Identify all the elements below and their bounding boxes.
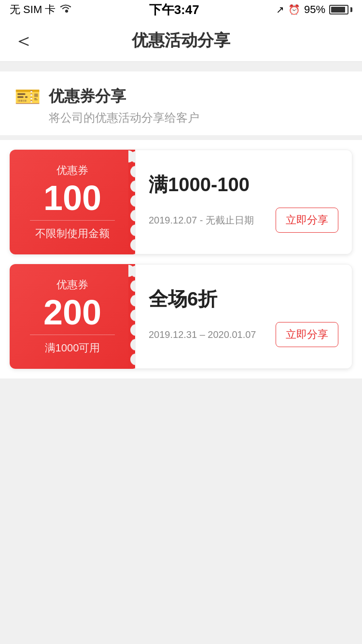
coupon-right-2: 全场6折 2019.12.31 – 2020.01.07 立即分享 xyxy=(135,264,352,369)
svg-rect-3 xyxy=(127,264,136,369)
coupon-list: 优惠券 100 不限制使用金额 满1000-100 2019.12.07 xyxy=(0,140,362,378)
coupon-condition-2: 满1000可用 xyxy=(45,341,100,355)
status-bar: 无 SIM 卡 下午3:47 ↗ ⏰ 95% xyxy=(0,0,362,19)
coupon-divider-1 xyxy=(30,220,115,221)
status-left: 无 SIM 卡 xyxy=(10,2,72,17)
coupon-condition-1: 不限制使用金额 xyxy=(35,226,110,241)
status-right: ↗ ⏰ 95% xyxy=(276,3,352,16)
coupon-name-2: 全场6折 xyxy=(149,286,338,312)
section-header: 🎫 优惠券分享 将公司的优惠活动分享给客户 xyxy=(0,71,362,135)
carrier-label: 无 SIM 卡 xyxy=(10,2,56,17)
status-time: 下午3:47 xyxy=(149,1,199,18)
alarm-icon: ⏰ xyxy=(288,4,300,15)
section-text-group: 优惠券分享 将公司的优惠活动分享给客户 xyxy=(49,86,199,126)
share-button-1[interactable]: 立即分享 xyxy=(276,208,338,233)
share-button-2[interactable]: 立即分享 xyxy=(276,322,338,347)
coupon-section-icon: 🎫 xyxy=(14,86,41,107)
section-title: 优惠券分享 xyxy=(49,86,199,107)
coupon-card-1: 优惠券 100 不限制使用金额 满1000-100 2019.12.07 xyxy=(10,150,352,254)
svg-rect-1 xyxy=(127,150,136,254)
coupon-value-1: 100 xyxy=(43,181,101,215)
nav-bar: ＜ 优惠活动分享 xyxy=(0,19,362,62)
empty-area xyxy=(0,378,362,572)
coupon-left-2: 优惠券 200 满1000可用 xyxy=(10,264,135,369)
coupon-divider-2 xyxy=(30,335,115,335)
coupon-bottom-row-1: 2019.12.07 - 无截止日期 立即分享 xyxy=(149,208,338,233)
coupon-name-1: 满1000-100 xyxy=(149,171,338,198)
coupon-right-1: 满1000-100 2019.12.07 - 无截止日期 立即分享 xyxy=(135,150,352,254)
coupon-value-2: 200 xyxy=(43,295,101,330)
coupon-label-2: 优惠券 xyxy=(56,278,88,292)
wifi-icon xyxy=(59,3,72,16)
coupon-date-1: 2019.12.07 - 无截止日期 xyxy=(149,214,254,227)
coupon-bottom-row-2: 2019.12.31 – 2020.01.07 立即分享 xyxy=(149,322,338,347)
back-arrow-icon: ＜ xyxy=(14,27,34,54)
coupon-card-2: 优惠券 200 满1000可用 全场6折 2019.12.31 – 202 xyxy=(10,264,352,369)
coupon-label-1: 优惠券 xyxy=(56,163,88,178)
battery-icon xyxy=(329,5,352,14)
battery-percent: 95% xyxy=(304,3,325,16)
location-icon: ↗ xyxy=(276,4,284,15)
back-button[interactable]: ＜ xyxy=(14,27,34,54)
page-title: 优惠活动分享 xyxy=(132,29,230,52)
section-subtitle: 将公司的优惠活动分享给客户 xyxy=(49,110,199,126)
coupon-left-1: 优惠券 100 不限制使用金额 xyxy=(10,150,135,254)
coupon-date-2: 2019.12.31 – 2020.01.07 xyxy=(149,329,256,340)
